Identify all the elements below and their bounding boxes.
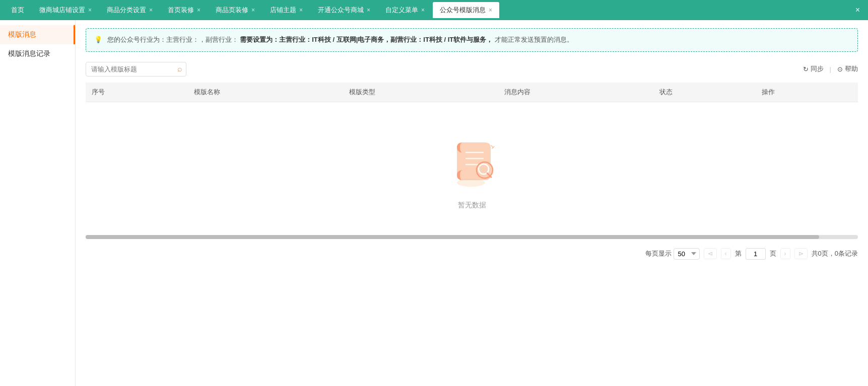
tab-close-shop-theme[interactable]: × xyxy=(299,7,303,13)
svg-line-8 xyxy=(491,145,493,147)
total-info: 共0页，0条记录 xyxy=(812,249,858,258)
search-icon-button[interactable]: ⌕ xyxy=(177,64,182,73)
col-header-status: 状态 xyxy=(653,83,756,102)
col-header-type: 模版类型 xyxy=(343,83,498,102)
search-left: ⌕ xyxy=(86,62,186,76)
tab-item-product-decor[interactable]: 商品页装修× xyxy=(209,2,262,18)
tab-label-product-category: 商品分类设置 xyxy=(107,6,146,15)
sidebar: 模版消息模版消息记录 xyxy=(0,20,76,386)
tab-close-custom-menu[interactable]: × xyxy=(421,7,425,13)
notice-suffix: 才能正常发送预置的消息。 xyxy=(495,36,573,43)
tab-label-shop-theme: 店铺主题 xyxy=(270,6,296,15)
pagination: 每页显示 50 10 20 100 ⊲ ‹ 第 页 › ⊳ 共0页，0条记录 xyxy=(86,244,858,264)
help-icon: ⊙ xyxy=(837,65,843,73)
notice-highlight: 需要设置为：主营行业：IT科技 / 互联网|电子商务，副营行业：IT科技 / I… xyxy=(240,36,493,43)
divider-pipe: | xyxy=(830,65,831,73)
tab-close-product-decor[interactable]: × xyxy=(251,7,255,13)
page-label-before: 第 xyxy=(735,249,742,258)
sync-label: 同步 xyxy=(811,64,824,73)
tab-item-custom-menu[interactable]: 自定义菜单× xyxy=(378,2,432,18)
tab-item-product-category[interactable]: 商品分类设置× xyxy=(100,2,160,18)
search-right: ↻ 同步 | ⊙ 帮助 xyxy=(803,64,858,73)
tab-close-template-msg[interactable]: × xyxy=(489,7,492,13)
tab-close-product-category[interactable]: × xyxy=(149,7,153,13)
content-area: 💡 您的公众号行业为：主营行业：，副营行业： 需要设置为：主营行业：IT科技 /… xyxy=(76,20,868,386)
col-header-seq: 序号 xyxy=(86,83,188,102)
data-table: 序号模版名称模版类型消息内容状态操作 xyxy=(86,83,858,102)
page-size-label: 每页显示 xyxy=(645,249,672,258)
notice-box: 💡 您的公众号行业为：主营行业：，副营行业： 需要设置为：主营行业：IT科技 /… xyxy=(86,28,858,52)
col-header-content: 消息内容 xyxy=(498,83,653,102)
page-label-after: 页 xyxy=(770,249,776,258)
page-first-button[interactable]: ⊲ xyxy=(704,248,717,259)
tab-label-open-store: 开通公众号商城 xyxy=(318,6,364,15)
tab-item-open-store[interactable]: 开通公众号商城× xyxy=(311,2,377,18)
tab-label-shop-settings: 微商城店铺设置 xyxy=(39,6,85,15)
page-number-input[interactable] xyxy=(746,248,766,260)
notice-prefix: 您的公众号行业为：主营行业：，副营行业： xyxy=(107,36,238,43)
tab-item-shop-theme[interactable]: 店铺主题× xyxy=(263,2,310,18)
tab-item-homepage-decor[interactable]: 首页装修× xyxy=(161,2,208,18)
tab-close-shop-settings[interactable]: × xyxy=(88,7,92,13)
close-all-button[interactable]: × xyxy=(851,6,864,15)
tab-item-template-msg[interactable]: 公众号模版消息× xyxy=(433,2,499,18)
col-header-name: 模版名称 xyxy=(188,83,343,102)
sidebar-item-template-msg-log[interactable]: 模版消息记录 xyxy=(0,44,75,63)
notice-icon: 💡 xyxy=(94,36,102,43)
search-input[interactable] xyxy=(86,62,186,76)
table-header: 序号模版名称模版类型消息内容状态操作 xyxy=(86,83,858,102)
tab-item-home[interactable]: 首页 xyxy=(4,2,31,18)
sync-icon: ↻ xyxy=(803,65,809,73)
tab-item-shop-settings[interactable]: 微商城店铺设置× xyxy=(32,2,99,18)
sync-button[interactable]: ↻ 同步 xyxy=(803,64,824,73)
tab-label-home: 首页 xyxy=(11,6,24,15)
search-bar: ⌕ ↻ 同步 | ⊙ 帮助 xyxy=(86,62,858,76)
help-button[interactable]: ⊙ 帮助 xyxy=(837,64,858,73)
col-header-action: 操作 xyxy=(756,83,858,102)
tab-label-template-msg: 公众号模版消息 xyxy=(440,6,486,15)
tab-label-custom-menu: 自定义菜单 xyxy=(385,6,418,15)
page-size-dropdown[interactable]: 50 10 20 100 xyxy=(674,248,700,260)
search-input-wrapper: ⌕ xyxy=(86,62,186,76)
page-next-button[interactable]: › xyxy=(780,248,790,259)
tab-label-product-decor: 商品页装修 xyxy=(216,6,248,15)
empty-state: 暂无数据 xyxy=(86,102,858,230)
scroll-track[interactable] xyxy=(86,235,858,239)
tab-close-open-store[interactable]: × xyxy=(367,7,370,13)
help-label: 帮助 xyxy=(845,64,858,73)
page-size-select: 每页显示 50 10 20 100 xyxy=(645,248,700,260)
main-layout: 模版消息模版消息记录 💡 您的公众号行业为：主营行业：，副营行业： 需要设置为：… xyxy=(0,20,868,386)
tab-label-homepage-decor: 首页装修 xyxy=(168,6,194,15)
scroll-thumb[interactable] xyxy=(86,235,819,239)
empty-text: 暂无数据 xyxy=(458,201,486,210)
tab-close-homepage-decor[interactable]: × xyxy=(197,7,201,13)
sidebar-item-template-msg[interactable]: 模版消息 xyxy=(0,25,75,44)
table-header-row: 序号模版名称模版类型消息内容状态操作 xyxy=(86,83,858,102)
page-prev-button[interactable]: ‹ xyxy=(721,248,731,259)
empty-illustration xyxy=(442,132,502,193)
page-last-button[interactable]: ⊳ xyxy=(794,248,808,259)
tab-bar: 首页微商城店铺设置×商品分类设置×首页装修×商品页装修×店铺主题×开通公众号商城… xyxy=(0,0,868,20)
